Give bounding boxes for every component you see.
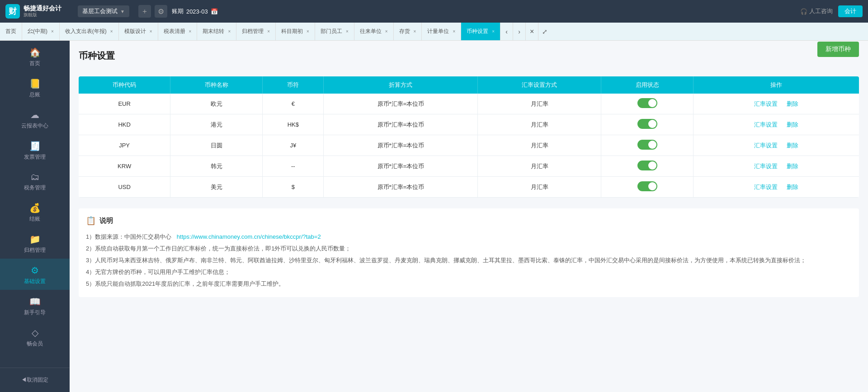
cell-status-1[interactable] bbox=[601, 114, 693, 135]
cell-status-2[interactable] bbox=[601, 135, 693, 156]
sidebar-item-tax-mgmt[interactable]: 🗂 税务管理 bbox=[0, 165, 70, 196]
delete-link-0[interactable]: 删除 bbox=[787, 100, 798, 107]
cell-actions-0: 汇率设置 删除 bbox=[693, 94, 859, 114]
tab-home-label: 首页 bbox=[5, 28, 16, 35]
toggle-0[interactable] bbox=[637, 98, 657, 108]
new-currency-button[interactable]: 新增币种 bbox=[817, 42, 859, 57]
table-row: EUR 欧元 € 原币*汇率=本位币 月汇率 汇率设置 删除 bbox=[79, 94, 859, 114]
tab-subjects-close[interactable]: × bbox=[307, 29, 309, 34]
sidebar-item-settle[interactable]: 💰 结账 bbox=[0, 196, 70, 227]
notes-title: 📋 说明 bbox=[86, 216, 852, 226]
cell-status-4[interactable] bbox=[601, 177, 693, 198]
toggle-1[interactable] bbox=[637, 119, 657, 129]
settle-icon: 💰 bbox=[29, 203, 41, 213]
toggle-2[interactable] bbox=[637, 140, 657, 150]
sidebar-item-home[interactable]: 🏠 首页 bbox=[0, 41, 70, 72]
tab-template[interactable]: 模版设计 × bbox=[119, 23, 158, 40]
tab-prev-button[interactable]: ‹ bbox=[500, 23, 513, 41]
sidebar-item-member[interactable]: ◇ 畅会员 bbox=[0, 321, 70, 352]
rate-setting-link-2[interactable]: 汇率设置 bbox=[754, 142, 778, 149]
sidebar-item-basic-label: 基础设置 bbox=[24, 278, 46, 285]
cell-symbol-0: € bbox=[263, 94, 324, 114]
cell-actions-1: 汇率设置 删除 bbox=[693, 114, 859, 135]
tab-tax[interactable]: 税表清册 × bbox=[158, 23, 198, 40]
tab-currency[interactable]: 币种设置 × bbox=[461, 23, 500, 40]
delete-link-2[interactable]: 删除 bbox=[787, 142, 798, 149]
tab-units-label: 计量单位 bbox=[427, 28, 449, 35]
calendar-icon[interactable]: 📅 bbox=[211, 8, 218, 15]
page-title: 币种设置 bbox=[79, 50, 115, 62]
tab-dept[interactable]: 部门员工 × bbox=[315, 23, 354, 40]
cell-name-0: 欧元 bbox=[170, 94, 263, 114]
cell-code-1: HKD bbox=[79, 114, 170, 135]
notes-item-1: 2）系统自动获取每月第一个工作日的汇率标价，统一为直接标价法，即1外币可以兑换的… bbox=[86, 243, 852, 255]
tab-units[interactable]: 计量单位 × bbox=[422, 23, 461, 40]
sidebar-item-guide[interactable]: 📖 新手引导 bbox=[0, 290, 70, 321]
tax-icon: 🗂 bbox=[30, 172, 39, 182]
tab-interim-close[interactable]: × bbox=[51, 29, 54, 34]
tab-inventory-close[interactable]: × bbox=[414, 29, 416, 34]
tab-home[interactable]: 首页 bbox=[0, 23, 22, 40]
tab-template-close[interactable]: × bbox=[150, 29, 152, 34]
cell-symbol-2: J¥ bbox=[263, 135, 324, 156]
tab-tax-label: 税表清册 bbox=[164, 28, 185, 35]
cell-calc-3: 原币*汇率=本位币 bbox=[324, 156, 478, 177]
tab-tax-close[interactable]: × bbox=[189, 29, 192, 34]
sidebar-item-reports[interactable]: ☁ 云报表中心 bbox=[0, 103, 70, 134]
tab-close-all-button[interactable]: × bbox=[526, 23, 538, 41]
rate-setting-link-4[interactable]: 汇率设置 bbox=[754, 184, 778, 190]
cell-name-1: 港元 bbox=[170, 114, 263, 135]
toggle-3[interactable] bbox=[637, 161, 657, 170]
workspace-name: 基层工会测试 bbox=[82, 7, 118, 15]
tab-archive-close[interactable]: × bbox=[267, 29, 270, 34]
settings-icon[interactable]: ⚙ bbox=[155, 5, 167, 18]
delete-link-1[interactable]: 删除 bbox=[787, 121, 798, 128]
tab-interim[interactable]: 㕕(中期) × bbox=[22, 23, 60, 40]
tab-subjects[interactable]: 科目期初 × bbox=[276, 23, 315, 40]
cell-rate-method-4: 月汇率 bbox=[478, 177, 601, 198]
tab-dept-close[interactable]: × bbox=[346, 29, 349, 34]
tab-maximize-button[interactable]: ⤢ bbox=[538, 23, 551, 41]
col-header-actions: 操作 bbox=[693, 76, 859, 94]
tab-units-close[interactable]: × bbox=[453, 29, 455, 34]
rate-setting-link-3[interactable]: 汇率设置 bbox=[754, 163, 778, 170]
tab-inventory[interactable]: 存货 × bbox=[394, 23, 422, 40]
tab-next-button[interactable]: › bbox=[513, 23, 526, 41]
toggle-4[interactable] bbox=[637, 181, 657, 191]
sidebar-pin-button[interactable]: ◀取消固定 bbox=[0, 373, 70, 387]
archive-icon: 📁 bbox=[29, 234, 41, 245]
sidebar-item-invoice[interactable]: 🧾 发票管理 bbox=[0, 134, 70, 165]
help-button[interactable]: 🎧 人工咨询 bbox=[800, 7, 833, 15]
notes-link-0[interactable]: https://www.chinamoney.com.cn/chinese/bk… bbox=[177, 233, 321, 240]
rate-setting-link-1[interactable]: 汇率设置 bbox=[754, 121, 778, 128]
tab-income[interactable]: 收入支出表(年报) × bbox=[60, 23, 119, 40]
cell-rate-method-0: 月汇率 bbox=[478, 94, 601, 114]
tab-partners-close[interactable]: × bbox=[385, 29, 388, 34]
table-row: HKD 港元 HK$ 原币*汇率=本位币 月汇率 汇率设置 删除 bbox=[79, 114, 859, 135]
cell-status-3[interactable] bbox=[601, 156, 693, 177]
tab-period-end[interactable]: 期末结转 × bbox=[197, 23, 236, 40]
cell-status-0[interactable] bbox=[601, 94, 693, 114]
sidebar-item-ledger[interactable]: 📒 总账 bbox=[0, 72, 70, 103]
delete-link-3[interactable]: 删除 bbox=[787, 163, 798, 170]
col-header-code: 币种代码 bbox=[79, 76, 170, 94]
title-row: 币种设置 新增币种 bbox=[79, 50, 859, 69]
rate-setting-link-0[interactable]: 汇率设置 bbox=[754, 100, 778, 107]
member-icon: ◇ bbox=[32, 327, 38, 338]
sidebar-item-basic[interactable]: ⚙ 基础设置 bbox=[0, 259, 70, 290]
tab-period-end-close[interactable]: × bbox=[228, 29, 231, 34]
tab-archive[interactable]: 归档管理 × bbox=[236, 23, 276, 40]
cell-code-3: KRW bbox=[79, 156, 170, 177]
sidebar-item-archive-mgmt[interactable]: 📁 归档管理 bbox=[0, 227, 70, 259]
add-icon[interactable]: ＋ bbox=[138, 5, 151, 18]
help-label: 人工咨询 bbox=[809, 7, 833, 15]
delete-link-4[interactable]: 删除 bbox=[787, 184, 798, 190]
account-button[interactable]: 会计 bbox=[838, 5, 863, 17]
tab-partners[interactable]: 往来单位 × bbox=[354, 23, 394, 40]
tab-income-close[interactable]: × bbox=[110, 29, 113, 34]
tab-template-label: 模版设计 bbox=[124, 28, 146, 35]
col-header-calc: 折算方式 bbox=[324, 76, 478, 94]
invoice-icon: 🧾 bbox=[29, 141, 41, 151]
tab-currency-close[interactable]: × bbox=[492, 29, 495, 34]
workspace-selector[interactable]: 基层工会测试 ▼ bbox=[78, 5, 129, 17]
